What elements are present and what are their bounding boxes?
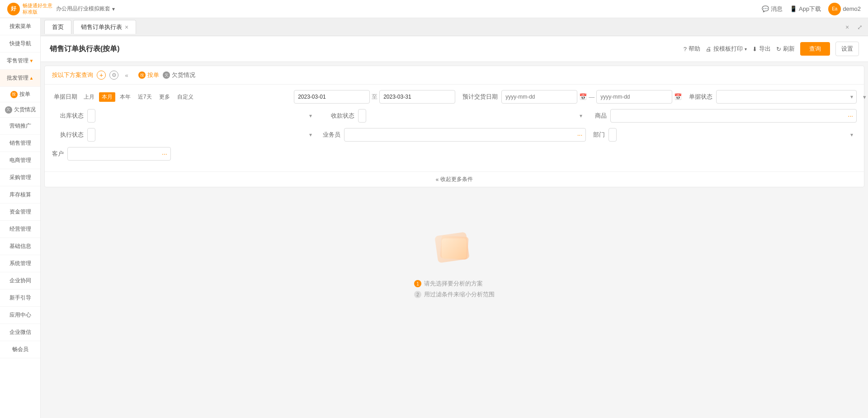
filter-field-customer: 客户 ··· <box>52 147 171 161</box>
filter-row-3: 执行状态 业务员 ··· <box>52 128 857 142</box>
logo-icon: 好 <box>7 3 20 15</box>
filter-add-button[interactable]: + <box>97 71 106 80</box>
sidebar-item-quick-nav[interactable]: 快捷导航 <box>0 35 40 52</box>
filter-panel: 按以下方案查询 + ⚙ « 按 按单 欠 欠货情况 <box>44 66 864 187</box>
hint-num-1: 1 <box>414 280 421 287</box>
sidebar-item-retail[interactable]: 零售管理 ▼ <box>0 52 40 70</box>
date-start-input[interactable] <box>294 90 370 104</box>
retail-arrow-icon: ▼ <box>29 58 34 63</box>
predict-date-cal-icon2[interactable]: 📅 <box>674 93 682 100</box>
dept-select-wrapper <box>609 128 857 142</box>
filter-row-2: 出库状态 收款状态 <box>52 109 857 123</box>
sidebar-item-inventory[interactable]: 库存核算 <box>0 186 40 204</box>
refresh-btn[interactable]: ↻ 刷新 <box>776 45 795 53</box>
breadcrumb: 办公用品行业模拟账套 ▾ <box>56 5 115 13</box>
tab-sales-order[interactable]: 销售订单执行表 × <box>73 20 136 34</box>
sidebar-item-enterprise-wechat[interactable]: 企业微信 <box>0 324 40 341</box>
dept-select[interactable] <box>609 128 617 142</box>
sidebar-item-basic-info[interactable]: 基础信息 <box>0 238 40 255</box>
status-select[interactable] <box>716 90 857 104</box>
sidebar-item-operations[interactable]: 经营管理 <box>0 221 40 238</box>
sub-icon-按单: 按 <box>138 71 146 79</box>
main-layout: 搜索菜单 快捷导航 零售管理 ▼ 批发管理 ▲ 按 按单 欠 欠货情况 营销推广… <box>0 18 868 418</box>
date-tab-7days[interactable]: 近7天 <box>135 92 155 102</box>
page-content: 销售订单执行表(按单) ? 帮助 🖨 按模板打印 ▾ ⬇ 导出 <box>41 36 868 418</box>
sidebar-item-app-center[interactable]: 应用中心 <box>0 307 40 324</box>
filter-header: 按以下方案查询 + ⚙ « 按 按单 欠 欠货情况 <box>45 66 864 85</box>
sidebar-item-marketing[interactable]: 营销推广 <box>0 118 40 135</box>
date-tab-last-month[interactable]: 上月 <box>81 92 97 102</box>
sidebar-item-search[interactable]: 搜索菜单 <box>0 18 40 35</box>
sub-item-icon-欠货: 欠 <box>5 106 12 114</box>
predict-date-end-input[interactable] <box>596 90 672 104</box>
goods-input[interactable] <box>610 109 857 123</box>
exec-status-select[interactable] <box>87 128 95 142</box>
customer-dots-icon[interactable]: ··· <box>162 150 167 157</box>
exec-status-select-wrapper <box>87 128 316 142</box>
sidebar-item-system[interactable]: 系统管理 <box>0 255 40 272</box>
collapse-more-bar[interactable]: « 收起更多条件 <box>45 171 864 187</box>
sidebar-item-purchase[interactable]: 采购管理 <box>0 169 40 186</box>
filter-collapse-button[interactable]: « <box>122 71 131 80</box>
goods-dots-icon[interactable]: ··· <box>848 112 853 119</box>
sidebar-item-wholesale[interactable]: 批发管理 ▲ <box>0 70 40 87</box>
top-bar: 好 畅捷通好生意 标准版 办公用品行业模拟账套 ▾ 💬 消息 📱 App下载 E… <box>0 0 868 18</box>
goods-label: 商品 <box>593 112 607 120</box>
status-label: 单据状态 <box>689 93 712 101</box>
message-btn[interactable]: 💬 消息 <box>762 5 783 13</box>
collection-status-select[interactable] <box>358 109 366 123</box>
customer-label: 客户 <box>52 150 64 158</box>
sub-item-icon-按单: 按 <box>10 91 18 98</box>
tab-bar: 首页 销售订单执行表 × × ⤢ <box>41 18 868 36</box>
store-status-select[interactable] <box>87 109 95 123</box>
export-btn[interactable]: ⬇ 导出 <box>752 45 771 53</box>
help-btn[interactable]: ? 帮助 <box>684 45 700 53</box>
date-tab-more[interactable]: 更多 <box>156 92 173 102</box>
filter-field-status: 单据状态 ▾ <box>689 90 857 104</box>
filter-sub-item-按单[interactable]: 按 按单 <box>138 71 159 79</box>
status-select-wrapper <box>716 90 857 104</box>
date-end-input[interactable] <box>379 90 455 104</box>
sidebar-item-new-guide[interactable]: 新手引导 <box>0 290 40 307</box>
sidebar-sub-item-欠货情况[interactable]: 欠 欠货情况 <box>0 102 40 118</box>
sidebar: 搜索菜单 快捷导航 零售管理 ▼ 批发管理 ▲ 按 按单 欠 欠货情况 营销推广… <box>0 18 41 418</box>
predict-date-start-input[interactable] <box>501 90 577 104</box>
tab-home[interactable]: 首页 <box>44 20 71 34</box>
filter-settings-button[interactable]: ⚙ <box>109 71 118 80</box>
refresh-icon: ↻ <box>776 46 781 52</box>
store-status-select-wrapper <box>87 109 316 123</box>
sidebar-item-ecommerce[interactable]: 电商管理 <box>0 152 40 169</box>
sidebar-sub-item-按单[interactable]: 按 按单 <box>0 87 40 102</box>
filter-sub-item-欠货[interactable]: 欠 欠货情况 <box>163 71 195 79</box>
empty-hint-2: 2 用过滤条件来缩小分析范围 <box>414 290 495 299</box>
staff-dots-icon[interactable]: ··· <box>577 131 583 138</box>
staff-input[interactable] <box>344 128 586 142</box>
user-avatar-area[interactable]: Ea demo2 <box>828 3 861 15</box>
sidebar-item-membership[interactable]: 畅会员 <box>0 341 40 358</box>
message-icon: 💬 <box>762 5 769 12</box>
date-tab-this-month[interactable]: 本月 <box>99 92 115 102</box>
tab-bar-actions: × ⤢ <box>843 23 864 32</box>
window-max-btn[interactable]: ⤢ <box>855 23 864 32</box>
store-status-label: 出库状态 <box>52 112 84 120</box>
print-btn[interactable]: 🖨 按模板打印 ▾ <box>706 45 747 53</box>
sidebar-item-enterprise-collab[interactable]: 企业协同 <box>0 272 40 290</box>
filter-body: 单据日期 上月 本月 本年 近7天 更多 自定义 <box>45 85 864 171</box>
date-tab-this-year[interactable]: 本年 <box>117 92 133 102</box>
staff-label: 业务员 <box>323 131 340 139</box>
window-close-btn[interactable]: × <box>843 23 852 32</box>
sidebar-item-sales[interactable]: 销售管理 <box>0 135 40 152</box>
predict-date-range: 📅 — 📅 <box>501 90 682 104</box>
collapse-more-label: 收起更多条件 <box>440 176 473 183</box>
predict-date-cal-icon1[interactable]: 📅 <box>579 93 587 100</box>
sidebar-item-finance[interactable]: 资金管理 <box>0 204 40 221</box>
tab-close-icon[interactable]: × <box>125 24 128 31</box>
app-icon: 📱 <box>790 5 797 12</box>
settings-button[interactable]: 设置 <box>835 42 859 56</box>
filter-field-exec-status: 执行状态 <box>52 128 316 142</box>
print-arrow-icon: ▾ <box>745 47 747 52</box>
app-download-btn[interactable]: 📱 App下载 <box>790 5 821 13</box>
customer-input[interactable] <box>67 147 171 161</box>
query-button[interactable]: 查询 <box>800 42 830 56</box>
date-tab-custom[interactable]: 自定义 <box>175 92 196 102</box>
